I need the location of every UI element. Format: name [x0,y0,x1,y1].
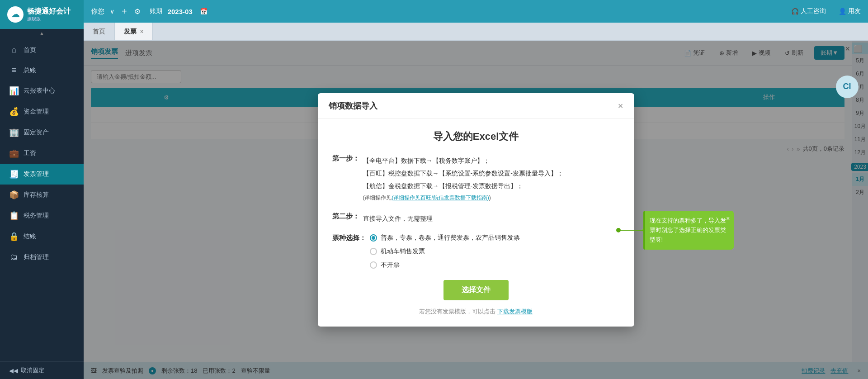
report-icon: 📊 [9,86,19,96]
sidebar-logo: ☁ 畅捷通好会计 旗舰版 [0,0,84,29]
sidebar-item-label: 库存核算 [24,191,49,199]
topbar-plus-button[interactable]: + [122,6,127,17]
tooltip-text: 现在支持的票种多了，导入发票时别忘了选择正确的发票类型呀! [650,217,726,243]
sidebar-item-salary[interactable]: 💼 工资 [0,143,84,164]
radio-motor-circle [370,248,377,255]
sidebar-bottom-icon: ◀◀ [9,367,18,374]
step1-link[interactable]: (详细操作见百旺/航信发票数据下载指南) [392,194,489,201]
radio-normal[interactable]: 普票，专票，卷票，通行费发票，农产品销售发票 [370,234,520,242]
modal-title: 销项数据导入 [329,100,377,111]
step1-line1: 【全电平台】数据下载→【税务数字账户】； [363,154,563,167]
sidebar-item-label: 发票管理 [24,170,49,178]
sidebar-item-fund[interactable]: 💰 资金管理 [0,101,84,122]
content-area: 销项发票 进项发票 📄 凭证 ⊕ 新增 ▶ 视频 [84,41,868,379]
sidebar-bottom[interactable]: ◀◀ 取消固定 [0,361,84,379]
topbar-company: 你您 [91,7,104,16]
tooltip-line [618,230,643,231]
topbar-period-label: 账期 [150,7,162,15]
tab-home-label: 首页 [93,28,105,36]
radio-noticket-label: 不开票 [381,261,400,269]
sidebar-item-label: 资金管理 [24,108,49,116]
sidebar-item-tax[interactable]: 📋 税务管理 [0,205,84,226]
tab-home[interactable]: 首页 [84,23,115,40]
step2-content: 直接导入文件，无需整理 [363,212,433,225]
sidebar-item-archive[interactable]: 🗂 归档管理 [0,247,84,267]
topbar-arrow[interactable]: ∨ [110,8,114,15]
radio-noticket[interactable]: 不开票 [370,261,520,269]
fund-icon: 💰 [9,107,19,117]
closing-icon: 🔒 [9,232,19,242]
ci-avatar: CI [836,76,859,98]
sidebar-item-closing[interactable]: 🔒 结账 [0,226,84,247]
sidebar-item-label: 总账 [24,66,36,75]
radio-normal-dot [372,236,375,240]
user-icon: 👤 [839,8,846,15]
topbar: 你您 ∨ + ⚙ 账期 2023-03 📅 🎧 人工咨询 👤 用友 [84,0,868,23]
sidebar-bottom-label: 取消固定 [21,366,44,374]
modal-close-button[interactable]: × [618,101,623,111]
sidebar-scroll: ▲ ⌂ 首页 ≡ 总账 📊 云报表中心 💰 资金管理 [0,29,84,361]
radio-normal-circle [370,234,377,242]
sidebar: ☁ 畅捷通好会计 旗舰版 ▲ ⌂ 首页 ≡ 总账 📊 云报表中心 [0,0,84,379]
sidebar-item-inventory[interactable]: 📦 库存核算 [0,185,84,205]
sidebar-item-ledger[interactable]: ≡ 总账 [0,60,84,81]
ledger-icon: ≡ [9,66,19,75]
topbar-gear-button[interactable]: ⚙ [134,7,141,16]
archive-icon: 🗂 [9,252,19,262]
step2-row: 第二步： 直接导入文件，无需整理 [332,212,620,225]
radio-motor[interactable]: 机动车销售发票 [370,247,520,256]
modal-body: 导入您的Excel文件 第一步： 【全电平台】数据下载→【税务数字账户】； 【百… [318,119,634,327]
step1-line2: 【百旺】税控盘数据下载→【系统设置-系统参数设置-发票批量导入】； [363,167,563,180]
radio-normal-label: 普票，专票，卷票，通行费发票，农产品销售发票 [381,234,520,242]
tabs-bar: 首页 发票 × [84,23,868,41]
sidebar-item-asset[interactable]: 🏢 固定资产 [0,122,84,143]
topbar-support-button[interactable]: 🎧 人工咨询 [791,7,826,15]
step1-content: 【全电平台】数据下载→【税务数字账户】； 【百旺】税控盘数据下载→【系统设置-系… [363,154,563,203]
sidebar-nav: ⌂ 首页 ≡ 总账 📊 云报表中心 💰 资金管理 🏢 固定资产 [0,38,84,269]
tab-close-button[interactable]: × [140,28,143,35]
tax-icon: 📋 [9,211,19,221]
download-text: 若您没有发票模版，可以点击 [419,308,495,315]
sidebar-item-label: 工资 [24,149,36,157]
logo-badge: 旗舰版 [27,16,71,22]
sidebar-item-label: 首页 [24,46,36,54]
topbar-user-button[interactable]: 👤 用友 [839,7,861,15]
asset-icon: 🏢 [9,128,19,137]
step1-line3: 【航信】金税盘数据下载→【报税管理-发票数据导出】； [363,180,563,192]
logo-icon: ☁ [7,6,24,23]
sidebar-item-invoice[interactable]: 🧾 发票管理 [0,164,84,185]
topbar-support-label: 人工咨询 [801,7,826,15]
step1-row: 第一步： 【全电平台】数据下载→【税务数字账户】； 【百旺】税控盘数据下载→【系… [332,154,620,203]
radio-motor-label: 机动车销售发票 [381,247,425,256]
salary-icon: 💼 [9,148,19,158]
tooltip-balloon: × 现在支持的票种多了，导入发票时别忘了选择正确的发票类型呀! [643,211,734,250]
tooltip-close-button[interactable]: × [726,213,730,223]
sidebar-scroll-up[interactable]: ▲ [0,29,84,38]
tab-invoice-label: 发票 [124,28,137,36]
sidebar-item-home[interactable]: ⌂ 首页 [0,40,84,60]
headset-icon: 🎧 [791,8,799,15]
step2-label: 第二步： [332,212,359,221]
sidebar-item-label: 结账 [24,232,36,241]
sidebar-item-report[interactable]: 📊 云报表中心 [0,81,84,101]
modal-dialog: 销项数据导入 × 导入您的Excel文件 第一步： 【全电平台】数据下载→【税务… [318,93,634,327]
radio-label: 票种选择： [332,234,366,242]
invoice-icon: 🧾 [9,169,19,179]
step1-sub: (详细操作见(详细操作见百旺/航信发票数据下载指南)) [363,192,563,203]
tab-invoice[interactable]: 发票 × [115,23,153,40]
home-icon: ⌂ [9,45,19,55]
topbar-period-icon[interactable]: 📅 [200,8,208,15]
tooltip-dot [616,228,621,232]
modal-header: 销项数据导入 × [318,93,634,119]
radio-group: 普票，专票，卷票，通行费发票，农产品销售发票 机动车销售发票 不开票 [370,234,520,269]
download-row: 若您没有发票模版，可以点击 下载发票模版 [332,308,620,316]
tooltip-bar [643,211,645,250]
sidebar-item-label: 云报表中心 [24,87,55,95]
topbar-user-label: 用友 [848,7,861,15]
download-template-link[interactable]: 下载发票模版 [497,308,533,315]
select-file-button[interactable]: 选择文件 [443,280,509,300]
import-main-title: 导入您的Excel文件 [332,130,620,143]
logo-text: 畅捷通好会计 [27,7,71,15]
topbar-period-value: 2023-03 [168,8,193,15]
sidebar-item-label: 税务管理 [24,212,49,220]
